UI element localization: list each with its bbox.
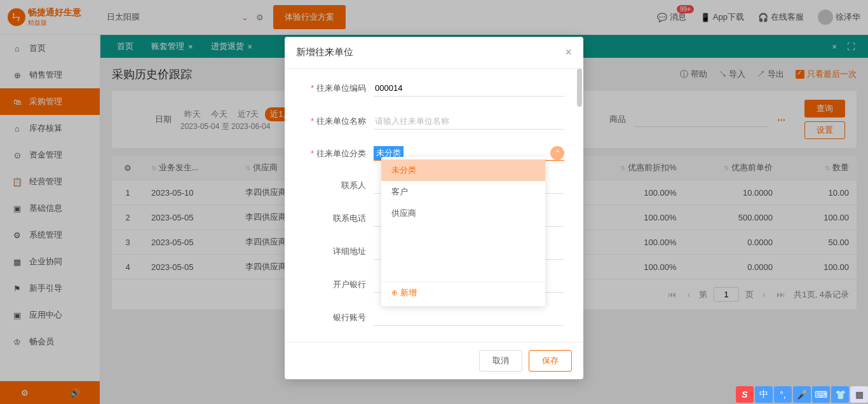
- save-button[interactable]: 保存: [529, 350, 572, 372]
- unit-name-input[interactable]: [374, 113, 564, 130]
- unit-code-input[interactable]: [374, 80, 564, 97]
- category-dropdown: 未分类 客户 供应商 新增: [381, 157, 545, 306]
- account-input[interactable]: [374, 309, 564, 326]
- modal-footer: 取消 保存: [285, 342, 583, 379]
- dropdown-option-customer[interactable]: 客户: [381, 181, 545, 203]
- dropdown-option-uncategorized[interactable]: 未分类: [381, 159, 545, 181]
- dropdown-option-supplier[interactable]: 供应商: [381, 203, 545, 224]
- modal-title: 新增往来单位: [296, 46, 353, 58]
- cancel-button[interactable]: 取消: [479, 350, 522, 372]
- ime-mic-icon[interactable]: 🎤: [793, 386, 811, 403]
- ime-toolbox-icon[interactable]: ▦: [850, 386, 868, 403]
- ime-toolbar: S 中 °, 🎤 ⌨ 👕 ▦: [736, 385, 868, 404]
- modal-scrollbar[interactable]: [577, 69, 582, 347]
- chevron-up-icon[interactable]: ⌃: [550, 146, 564, 160]
- ime-keyboard-icon[interactable]: ⌨: [812, 386, 830, 403]
- modal-header: 新增往来单位 ×: [285, 37, 583, 69]
- ime-lang-icon[interactable]: 中: [755, 386, 773, 403]
- ime-punct-icon[interactable]: °,: [774, 386, 792, 403]
- modal-close-icon[interactable]: ×: [565, 46, 572, 59]
- ime-skin-icon[interactable]: 👕: [831, 386, 849, 403]
- dropdown-add-new[interactable]: 新增: [381, 281, 545, 304]
- ime-logo-icon[interactable]: S: [736, 386, 754, 403]
